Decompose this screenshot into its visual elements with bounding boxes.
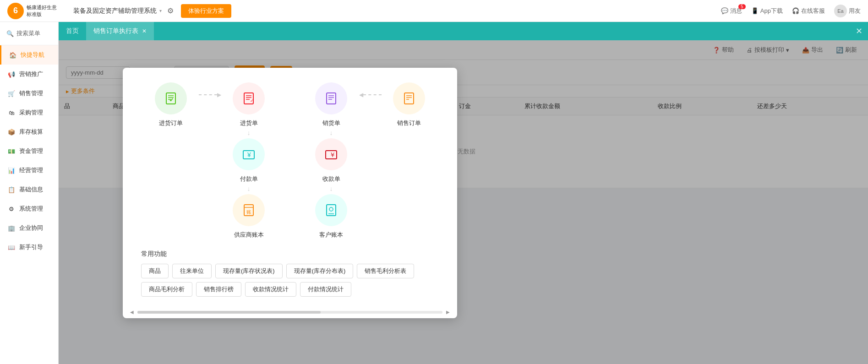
trial-button[interactable]: 体验行业方案 [181, 4, 231, 18]
svg-text:￥: ￥ [329, 151, 336, 158]
svg-rect-14 [327, 93, 336, 104]
flow-receipt-bill[interactable]: ￥ 收款单 [304, 138, 359, 183]
svg-rect-0 [166, 93, 175, 104]
search-menu-button[interactable]: 🔍 搜索菜单 [4, 27, 55, 40]
finance-icon: 💵 [7, 147, 16, 155]
flow-customer-ledger[interactable]: 客户账本 [304, 194, 359, 239]
scroll-left-icon[interactable]: ◀ [130, 310, 134, 315]
flow-sales-bill[interactable]: 销货单 [304, 82, 359, 127]
sidebar-item-sales[interactable]: 🛒 销售管理 [0, 84, 58, 103]
message-item[interactable]: 💬 消息 5 [721, 7, 742, 15]
app-download-label: App下载 [760, 7, 783, 15]
tab-bar: 首页 销售订单执行表 ✕ ✕ [59, 22, 868, 40]
logo-text: 畅康通好生意 标准版 [27, 4, 57, 17]
btn-receipt-stats[interactable]: 收款情况统计 [245, 282, 296, 297]
flow-sales-order[interactable]: 销售订单 [382, 82, 437, 127]
common-functions-section: 常用功能 商品 往来单位 现存量(库存状况表) 现存量(库存分布表) 销售毛利分… [141, 250, 439, 297]
message-badge: 5 [738, 4, 746, 9]
search-icon: 🔍 [6, 30, 14, 37]
marketing-icon: 📢 [7, 70, 16, 78]
btn-sales-profit[interactable]: 销售毛利分析表 [357, 264, 414, 278]
sidebar-item-quick-nav[interactable]: 🏠 快捷导航 [0, 45, 58, 65]
user-item[interactable]: Ea 用友 [834, 5, 861, 17]
svg-text:账: 账 [246, 209, 251, 215]
arrow-down-4: ↓ [330, 185, 333, 192]
btn-payment-stats[interactable]: 付款情况统计 [300, 282, 351, 297]
sidebar-item-system[interactable]: ⚙ 系统管理 [0, 199, 58, 218]
app-download-item[interactable]: 📱 App下载 [751, 7, 783, 15]
info-icon: 📋 [7, 185, 16, 194]
sidebar-item-guide[interactable]: 📖 新手引导 [0, 238, 58, 257]
scroll-right-icon[interactable]: ▶ [446, 310, 450, 315]
purchase-order-icon [155, 82, 187, 114]
enterprise-icon: 🏢 [7, 224, 16, 232]
download-icon: 📱 [751, 7, 759, 14]
flow-supplier-ledger[interactable]: 账 供应商账本 [221, 194, 276, 239]
sidebar-item-enterprise[interactable]: 🏢 企业协同 [0, 218, 58, 238]
sidebar-nav: 🏠 快捷导航 📢 营销推广 🛒 销售管理 🛍 采购管理 📦 库存核 [0, 45, 58, 364]
avatar: Ea [834, 5, 847, 17]
sidebar-item-marketing[interactable]: 📢 营销推广 [0, 65, 58, 84]
sidebar-item-purchase[interactable]: 🛍 采购管理 [0, 103, 58, 122]
flow-purchase-order[interactable]: 进货订单 [143, 82, 198, 127]
top-right-area: 💬 消息 5 📱 App下载 🎧 在线客服 Ea 用友 [721, 5, 861, 17]
tab-sales-order[interactable]: 销售订单执行表 ✕ [86, 22, 154, 40]
svg-point-21 [329, 207, 333, 211]
sidebar-item-operations[interactable]: 📊 经营管理 [0, 161, 58, 180]
settings-icon[interactable]: ⚙ [167, 6, 174, 15]
sales-icon: 🛒 [7, 89, 16, 98]
modal-scrollbar: ◀ ▶ [123, 308, 457, 318]
scrollbar-thumb [137, 311, 321, 314]
common-buttons-group: 商品 往来单位 现存量(库存状况表) 现存量(库存分布表) 销售毛利分析表 商品… [141, 264, 439, 297]
btn-sales-rank[interactable]: 销售排行榜 [196, 282, 241, 297]
service-icon: 🎧 [792, 7, 799, 14]
btn-product[interactable]: 商品 [141, 264, 169, 278]
flow-payment-bill[interactable]: ¥ 付款单 [221, 138, 276, 183]
user-name: 用友 [849, 7, 861, 15]
system-icon: ⚙ [7, 205, 16, 213]
sidebar-item-inventory[interactable]: 📦 库存核算 [0, 122, 58, 141]
arrow-down-3: ↓ [330, 129, 333, 136]
svg-text:¥: ¥ [247, 151, 251, 158]
sidebar-search-area: 🔍 搜索菜单 [0, 22, 58, 45]
flow-purchase-bill[interactable]: ✓ 进货单 [221, 82, 276, 127]
online-service-item[interactable]: 🎧 在线客服 [792, 7, 825, 15]
tab-close-icon[interactable]: ✕ [142, 28, 147, 34]
sidebar-item-finance[interactable]: 💵 资金管理 [0, 141, 58, 161]
common-functions-title: 常用功能 [141, 250, 439, 258]
arrow-down-1: ↓ [247, 129, 251, 136]
btn-stock-dist[interactable]: 现存量(库存分布表) [286, 264, 354, 278]
inventory-icon: 📦 [7, 128, 16, 136]
system-dropdown-icon[interactable]: ▾ [159, 8, 162, 13]
svg-rect-23 [404, 93, 414, 104]
content-body: ❓ 帮助 🖨 按模板打印 ▾ 📤 导出 🔄 刷新 [59, 40, 868, 364]
online-service-label: 在线客服 [801, 7, 825, 15]
purchase-icon: 🛍 [7, 109, 16, 117]
system-name: 装备及固定资产辅助管理系统 [73, 7, 157, 15]
modal-overlay: 进货订单 ▶ [59, 40, 868, 364]
tab-home[interactable]: 首页 [59, 22, 86, 40]
app-logo: 6 [7, 3, 24, 19]
btn-partner[interactable]: 往来单位 [172, 264, 212, 278]
btn-product-profit[interactable]: 商品毛利分析 [141, 282, 192, 297]
btn-stock-status[interactable]: 现存量(库存状况表) [215, 264, 283, 278]
arrow-down-2: ↓ [247, 185, 251, 192]
window-close-icon[interactable]: ✕ [856, 27, 863, 36]
svg-text:✓: ✓ [250, 98, 254, 103]
home-icon: 🏠 [9, 51, 17, 59]
sidebar-item-basic-info[interactable]: 📋 基础信息 [0, 180, 58, 199]
quick-nav-modal: 进货订单 ▶ [123, 68, 457, 318]
operations-icon: 📊 [7, 166, 16, 174]
scrollbar-track[interactable] [137, 311, 442, 314]
tab-bar-right: ✕ [856, 26, 868, 36]
guide-icon: 📖 [7, 243, 16, 251]
message-icon: 💬 [721, 7, 728, 14]
